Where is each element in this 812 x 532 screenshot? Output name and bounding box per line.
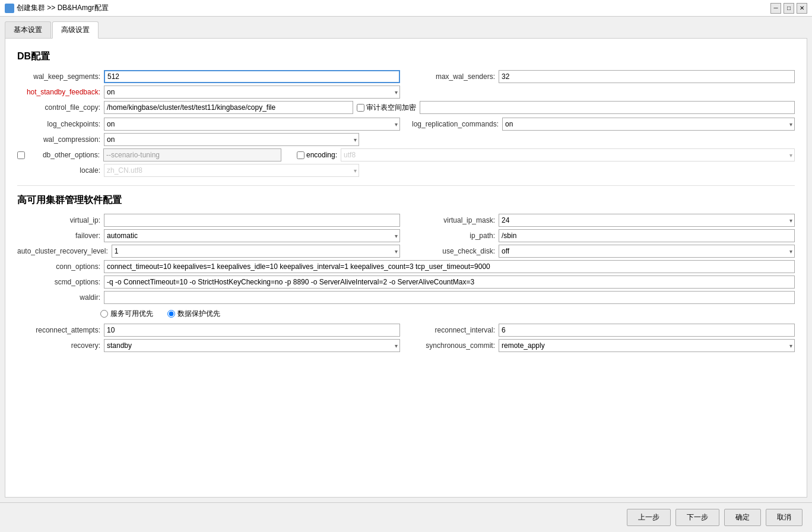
encoding-checkbox-label[interactable]: encoding: xyxy=(297,151,337,159)
wal-compression-row: wal_compression: on off xyxy=(17,133,795,146)
db-row2: hot_standby_feedback: on off xyxy=(17,86,795,99)
synchronous-commit-row: synchronous_commit: remote_apply local o… xyxy=(412,339,795,352)
log-replication-commands-label: log_replication_commands: xyxy=(412,120,499,128)
db-other-options-checkbox[interactable] xyxy=(17,151,25,159)
wal-compression-select-wrapper: on off xyxy=(104,133,359,146)
synchronous-commit-select-wrapper: remote_apply local on off xyxy=(499,339,795,352)
ok-button[interactable]: 确定 xyxy=(724,509,761,526)
virtual-ip-mask-select-wrapper: 24 16 8 xyxy=(499,214,795,227)
wal-keep-segments-input[interactable] xyxy=(104,70,400,83)
failover-label: failover: xyxy=(17,232,100,240)
virtual-ip-mask-select[interactable]: 24 16 8 xyxy=(499,214,795,227)
ha-row-reconnect: reconnect_attempts: reconnect_interval: xyxy=(17,324,795,337)
title-bar-left: 创建集群 >> DB&HAmgr配置 xyxy=(5,3,109,13)
audit-checkbox[interactable] xyxy=(357,104,364,112)
control-file-copy-label: control_file_copy: xyxy=(17,103,100,112)
encoding-label: encoding: xyxy=(306,151,337,159)
audit-checkbox-label[interactable]: 审计表空间加密 xyxy=(357,103,416,113)
encoding-checkbox[interactable] xyxy=(297,151,304,159)
radio-service-label[interactable]: 服务可用优先 xyxy=(100,309,153,319)
virtual-ip-mask-row: virtual_ip_mask: 24 16 8 xyxy=(412,214,795,227)
wal-compression-select[interactable]: on off xyxy=(104,133,359,146)
virtual-ip-label: virtual_ip: xyxy=(17,216,100,224)
title-bar-controls: ─ □ ✕ xyxy=(770,3,807,14)
auto-cluster-recovery-level-select-wrapper: 1 2 3 xyxy=(112,245,400,258)
virtual-ip-row: virtual_ip: xyxy=(17,214,400,227)
db-other-options-checkbox-label[interactable] xyxy=(17,151,25,159)
window-title: 创建集群 >> DB&HAmgr配置 xyxy=(17,3,109,13)
reconnect-attempts-input[interactable] xyxy=(104,324,400,337)
close-button[interactable]: ✕ xyxy=(797,3,807,14)
failover-select[interactable]: automatic manual xyxy=(104,229,400,242)
ha-row-recovery: recovery: standby promote synchronous_co… xyxy=(17,339,795,352)
ip-path-label: ip_path: xyxy=(412,232,495,240)
encoding-select-wrapper: utf8 gbk xyxy=(341,148,795,162)
locale-label: locale: xyxy=(17,166,100,175)
conn-options-row: conn_options: xyxy=(17,260,795,273)
radio-data-text: 数据保护优先 xyxy=(177,309,220,319)
ip-path-input[interactable] xyxy=(499,229,795,242)
log-checkpoints-row: log_checkpoints: on off xyxy=(17,118,400,131)
log-checkpoints-select-wrapper: on off xyxy=(104,118,400,131)
radio-data-label[interactable]: 数据保护优先 xyxy=(167,309,220,319)
next-button[interactable]: 下一步 xyxy=(675,509,719,526)
radio-service[interactable] xyxy=(100,310,108,318)
synchronous-commit-label: synchronous_commit: xyxy=(412,341,495,350)
recovery-select[interactable]: standby promote xyxy=(104,339,400,352)
tab-bar: 基本设置 高级设置 xyxy=(5,21,807,39)
audit-label: 审计表空间加密 xyxy=(366,103,416,113)
minimize-button[interactable]: ─ xyxy=(770,3,781,14)
radio-data[interactable] xyxy=(167,310,175,318)
wal-keep-segments-label: wal_keep_segments: xyxy=(17,72,100,81)
ha-row3: auto_cluster_recovery_level: 1 2 3 use_c… xyxy=(17,245,795,258)
locale-row: locale: zh_CN.utf8 xyxy=(17,164,795,177)
locale-select-wrapper: zh_CN.utf8 xyxy=(104,164,359,177)
log-replication-commands-select[interactable]: on off xyxy=(502,118,795,131)
tab-basic[interactable]: 基本设置 xyxy=(5,21,51,38)
maximize-button[interactable]: □ xyxy=(784,3,794,14)
conn-options-input[interactable] xyxy=(104,260,795,273)
encoding-select[interactable]: utf8 gbk xyxy=(341,148,795,162)
failover-select-wrapper: automatic manual xyxy=(104,229,400,242)
auto-cluster-recovery-level-select[interactable]: 1 2 3 xyxy=(112,245,400,258)
audit-input[interactable] xyxy=(420,101,795,114)
control-file-copy-input[interactable] xyxy=(104,101,353,114)
reconnect-attempts-row: reconnect_attempts: xyxy=(17,324,400,337)
waldir-row: waldir: xyxy=(17,291,795,304)
cancel-button[interactable]: 取消 xyxy=(766,509,803,526)
reconnect-interval-row: reconnect_interval: xyxy=(412,324,795,337)
reconnect-interval-input[interactable] xyxy=(499,324,795,337)
waldir-input[interactable] xyxy=(104,291,795,304)
title-bar: 创建集群 >> DB&HAmgr配置 ─ □ ✕ xyxy=(0,0,812,17)
tab-advanced[interactable]: 高级设置 xyxy=(52,21,99,39)
conn-options-label: conn_options: xyxy=(17,262,100,271)
prev-button[interactable]: 上一步 xyxy=(627,509,671,526)
locale-select[interactable]: zh_CN.utf8 xyxy=(104,164,359,177)
scmd-options-input[interactable] xyxy=(104,276,795,289)
log-checkpoints-select[interactable]: on off xyxy=(104,118,400,131)
scmd-options-row: scmd_options: xyxy=(17,276,795,289)
db-section-title: DB配置 xyxy=(17,50,795,63)
waldir-label: waldir: xyxy=(17,293,100,302)
main-content: 基本设置 高级设置 DB配置 wal_keep_segments: max_wa… xyxy=(0,17,812,502)
db-row3: log_checkpoints: on off log_replication_… xyxy=(17,118,795,131)
hot-standby-feedback-select[interactable]: on off xyxy=(104,86,400,99)
db-other-options-input[interactable] xyxy=(103,148,281,162)
ha-row2: failover: automatic manual ip_path: xyxy=(17,229,795,242)
use-check-disk-select[interactable]: off on xyxy=(499,245,795,258)
db-row1: wal_keep_segments: max_wal_senders: xyxy=(17,70,795,83)
reconnect-interval-label: reconnect_interval: xyxy=(412,326,495,334)
radio-service-text: 服务可用优先 xyxy=(110,309,153,319)
max-wal-senders-row: max_wal_senders: xyxy=(412,70,795,83)
use-check-disk-label: use_check_disk: xyxy=(412,247,495,255)
virtual-ip-input[interactable] xyxy=(104,214,400,227)
log-checkpoints-label: log_checkpoints: xyxy=(17,120,100,128)
synchronous-commit-select[interactable]: remote_apply local on off xyxy=(499,339,795,352)
max-wal-senders-input[interactable] xyxy=(499,70,795,83)
recovery-label: recovery: xyxy=(17,341,100,350)
main-window: 创建集群 >> DB&HAmgr配置 ─ □ ✕ 基本设置 高级设置 DB配置 … xyxy=(0,0,812,532)
log-replication-commands-select-wrapper: on off xyxy=(502,118,795,131)
max-wal-senders-label: max_wal_senders: xyxy=(412,72,495,81)
auto-cluster-recovery-level-label: auto_cluster_recovery_level: xyxy=(17,247,108,255)
db-other-options-row: db_other_options: encoding: utf8 gbk xyxy=(17,148,795,162)
